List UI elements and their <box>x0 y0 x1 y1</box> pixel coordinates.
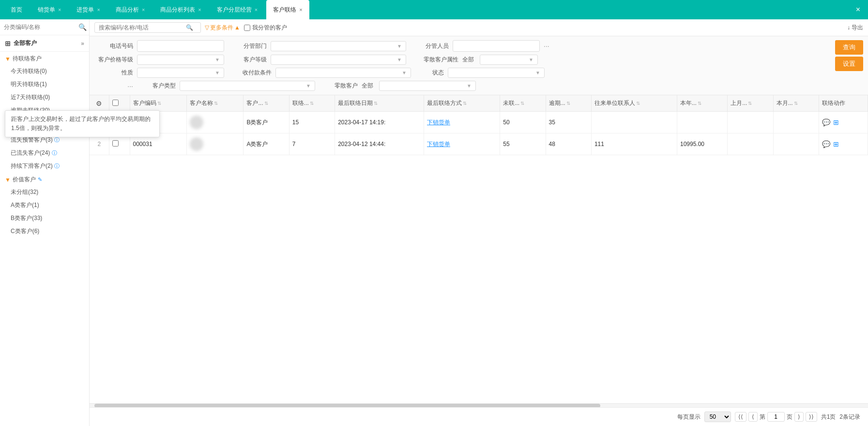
sidebar-today-contact[interactable]: 今天待联络(0) <box>0 65 89 78</box>
retail-attr-select[interactable]: ▼ <box>480 55 538 65</box>
table-body: 1 000039 B类客户 15 2023-04-17 14:19: 下销货单 … <box>90 112 868 155</box>
content-area: 🔍 ▽ 更多条件 ▲ 我分管的客户 ↓ 导出 电话号码 <box>90 19 868 426</box>
prev-page-btn[interactable]: ⟨ <box>748 412 758 422</box>
sidebar-a-class[interactable]: A类客户(1) <box>0 199 89 212</box>
nav-tab-product-analysis[interactable]: 商品分析 × <box>109 0 152 19</box>
message-icon-2[interactable]: 💬 <box>822 140 830 148</box>
sidebar-c-class[interactable]: C类客户(6) <box>0 225 89 238</box>
dept-select[interactable]: ▼ <box>271 41 406 51</box>
sidebar-b-class[interactable]: B类客户(33) <box>0 212 89 225</box>
nature-select[interactable]: ▼ <box>137 68 224 78</box>
sidebar-search-input[interactable] <box>4 24 76 30</box>
nav-tab-product-list[interactable]: 商品分析列表 × <box>153 0 208 19</box>
chevron-down-icon: ▼ <box>397 44 402 49</box>
row-select-checkbox-2[interactable] <box>112 140 119 147</box>
customer-type-select[interactable]: ▼ <box>180 81 315 91</box>
nav-tab-customer-contact[interactable]: 客户联络 × <box>266 0 309 19</box>
more-dots-btn[interactable]: ··· <box>94 82 133 90</box>
message-icon-1[interactable]: 💬 <box>822 118 830 126</box>
last-page-btn[interactable]: ⟩⟩ <box>806 412 817 422</box>
per-page-select[interactable]: 50 20 100 <box>704 411 731 422</box>
dept-label: 分管部门 <box>238 42 267 50</box>
value-edit-icon[interactable]: ✎ <box>38 176 42 183</box>
th-unit-contact: 往来单位联系人 ⇅ <box>591 95 677 112</box>
row-last-month-1 <box>728 112 773 133</box>
sidebar-declining[interactable]: 持续下滑客户(2) ⓘ <box>0 160 89 173</box>
filter-bar: 🔍 ▽ 更多条件 ▲ 我分管的客户 ↓ 导出 <box>90 19 868 36</box>
link-icon-2[interactable]: ⊞ <box>833 140 839 148</box>
status-label: 状态 <box>425 69 444 77</box>
close-product-list-tab[interactable]: × <box>198 7 201 13</box>
next-page-btn[interactable]: ⟩ <box>794 412 804 422</box>
first-page-btn[interactable]: ⟨⟨ <box>735 412 746 422</box>
avatar-1 <box>190 116 203 129</box>
retail-customer-select[interactable]: ▼ <box>379 81 476 91</box>
payment-select[interactable]: ▼ <box>275 68 411 78</box>
search-input-wrap: 🔍 <box>94 22 201 33</box>
sort-icon4: ⇅ <box>310 101 314 106</box>
collapse-icon[interactable]: » <box>81 40 84 47</box>
chevron-down-icon7: ▼ <box>535 70 540 75</box>
price-grade-select[interactable]: ▼ <box>137 55 224 65</box>
table-footer: 每页显示 50 20 100 ⟨⟨ ⟨ 第 页 ⟩ ⟩⟩ 共1页 2条记录 <box>90 407 868 426</box>
row-type-1: B类客户 <box>244 112 289 133</box>
person-more-btn[interactable]: ··· <box>544 42 549 50</box>
sidebar-churned[interactable]: 已流失客户(24) ⓘ <box>0 147 89 160</box>
link-icon-1[interactable]: ⊞ <box>833 118 839 126</box>
chevron-down-icon9: ▼ <box>467 83 472 88</box>
status-select[interactable]: ▼ <box>448 68 545 78</box>
customer-grade-select[interactable]: ▼ <box>271 55 406 65</box>
th-this-year: 本年... ⇅ <box>677 95 727 112</box>
value-customers-section[interactable]: ▼ 价值客户 ✎ <box>0 173 89 186</box>
th-this-month: 本月... ⇅ <box>773 95 819 112</box>
select-all-checkbox[interactable] <box>112 100 119 106</box>
chevron-down-icon8: ▼ <box>306 83 311 88</box>
chevron-down-icon4: ▼ <box>529 57 533 62</box>
page-number-input[interactable] <box>767 412 785 422</box>
my-customers-checkbox-label[interactable]: 我分管的客户 <box>244 24 287 32</box>
grid-icon: ⊞ <box>5 40 11 47</box>
sidebar-body: ⊞ 全部客户 » ▼ 待联络客户 今天待联络(0) 明天待联络(1) 近7天待联… <box>0 35 89 426</box>
sidebar-tomorrow-contact[interactable]: 明天待联络(1) <box>0 78 89 91</box>
nav-tab-customer-tier[interactable]: 客户分层经营 × <box>210 0 264 19</box>
sidebar-7days-contact[interactable]: 近7天待联络(0) <box>0 91 89 104</box>
gear-icon[interactable]: ⚙ <box>96 100 102 107</box>
person-input[interactable] <box>453 40 540 52</box>
horizontal-scrollbar[interactable] <box>90 403 868 407</box>
action-buttons: 查询 设置 <box>835 40 863 91</box>
search-icon[interactable]: 🔍 <box>186 24 193 31</box>
pending-contact-section[interactable]: ▼ 待联络客户 <box>0 52 89 65</box>
sidebar-ungrouped[interactable]: 未分组(32) <box>0 186 89 199</box>
th-checkbox <box>109 95 130 112</box>
nav-tab-sales[interactable]: 销货单 × <box>31 0 68 19</box>
table-row: 1 000039 B类客户 15 2023-04-17 14:19: 下销货单 … <box>90 112 868 133</box>
chevron-up-icon: ▲ <box>234 24 240 31</box>
more-conditions-btn[interactable]: ▽ 更多条件 ▲ <box>205 24 240 32</box>
sort-icon11: ⇅ <box>748 101 752 106</box>
nav-tab-purchase[interactable]: 进货单 × <box>70 0 107 19</box>
close-customer-tier-tab[interactable]: × <box>255 7 258 13</box>
close-product-analysis-tab[interactable]: × <box>142 7 145 13</box>
window-close-button[interactable]: × <box>852 5 864 14</box>
sidebar-search-icon[interactable]: 🔍 <box>78 23 87 31</box>
method-link-1[interactable]: 下销货单 <box>427 119 450 126</box>
all-customers-header[interactable]: ⊞ 全部客户 » <box>0 35 89 52</box>
row-contact-count-2: 7 <box>289 133 335 155</box>
close-purchase-tab[interactable]: × <box>97 7 100 13</box>
customer-search-input[interactable] <box>99 24 186 31</box>
method-link-2[interactable]: 下销货单 <box>427 141 450 147</box>
sort-icon10: ⇅ <box>698 101 701 106</box>
export-button[interactable]: ↓ 导出 <box>847 24 863 32</box>
action-icons-2: 💬 ⊞ <box>822 140 865 148</box>
phone-input[interactable] <box>137 40 224 52</box>
close-sales-tab[interactable]: × <box>58 7 61 13</box>
close-customer-contact-tab[interactable]: × <box>299 7 302 13</box>
retail-customer-value: 全部 <box>362 82 373 90</box>
my-customers-checkbox[interactable] <box>244 25 250 31</box>
row-last-method-1: 下销货单 <box>424 112 500 133</box>
row-type-2: A类客户 <box>244 133 289 155</box>
query-button[interactable]: 查询 <box>835 40 863 55</box>
chevron-down-icon3: ▼ <box>397 57 402 62</box>
settings-button[interactable]: 设置 <box>835 57 863 71</box>
nav-tab-home[interactable]: 首页 <box>4 0 29 19</box>
